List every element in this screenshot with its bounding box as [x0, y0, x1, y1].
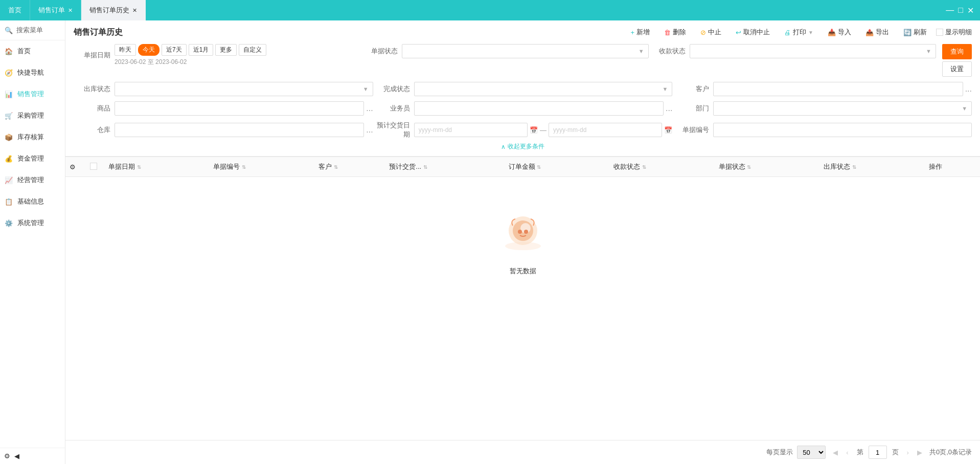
- page-input[interactable]: [869, 446, 887, 459]
- sidebar-quick-nav-label: 快捷导航: [17, 68, 44, 77]
- svg-point-5: [524, 230, 528, 234]
- import-icon: 📥: [828, 29, 836, 36]
- salesman-dots[interactable]: ...: [666, 104, 672, 113]
- sidebar-item-inventory[interactable]: 📦 库存核算: [0, 126, 65, 148]
- tabs-container: 首页 销售订单 ✕ 销售订单历史 ✕: [0, 0, 940, 20]
- sidebar-search[interactable]: 🔍 搜索菜单: [0, 20, 65, 40]
- th-payment-status[interactable]: 收款状态 ⇅: [609, 157, 714, 177]
- date-btn-custom[interactable]: 自定义: [239, 44, 266, 56]
- complete-status-dropdown-icon: ▼: [662, 86, 668, 92]
- th-delivery-date[interactable]: 预计交货... ⇅: [385, 157, 504, 177]
- tab-sales-order[interactable]: 销售订单 ✕: [30, 0, 81, 20]
- delivery-date-to[interactable]: yyyy-mm-dd: [549, 123, 662, 137]
- tab-close-sales-order[interactable]: ✕: [68, 7, 73, 14]
- customer-label: 客户: [672, 84, 713, 94]
- sidebar-item-system[interactable]: ⚙️ 系统管理: [0, 212, 65, 234]
- sort-customer-icon: ⇅: [334, 164, 338, 170]
- cancel-stop-button[interactable]: ↩ 取消中止: [731, 26, 775, 39]
- window-close[interactable]: ✕: [967, 6, 974, 15]
- bill-number-input[interactable]: [713, 123, 972, 137]
- calendar-from-icon[interactable]: 📅: [530, 126, 538, 134]
- th-gear[interactable]: ⚙: [65, 157, 86, 177]
- department-label: 部门: [672, 104, 713, 113]
- query-button[interactable]: 查询: [942, 44, 972, 59]
- delivery-date-from[interactable]: yyyy-mm-dd: [414, 123, 528, 137]
- export-button[interactable]: 📤 导出: [860, 26, 894, 39]
- sidebar: 🔍 搜索菜单 🏠 首页 🧭 快捷导航 📊 销售管理 🛒 采购管理 📦 库存核算 …: [0, 20, 65, 464]
- sidebar-item-finance[interactable]: 💰 资金管理: [0, 148, 65, 169]
- window-maximize[interactable]: □: [958, 6, 963, 15]
- th-bill-status[interactable]: 单据状态 ⇅: [715, 157, 819, 177]
- refresh-button[interactable]: 🔄 刷新: [898, 26, 932, 39]
- page-next-btn[interactable]: ›: [904, 448, 912, 457]
- th-date[interactable]: 单据日期 ⇅: [104, 157, 209, 177]
- sidebar-purchase-label: 采购管理: [17, 111, 44, 120]
- customer-input[interactable]: [713, 82, 963, 96]
- pagination: 每页显示 50 20 100 ◀ ‹ 第 页 › ▶ 共0页,0条记录: [65, 440, 980, 464]
- goods-input[interactable]: [115, 101, 364, 116]
- page-title: 销售订单历史: [74, 27, 123, 38]
- setting-button[interactable]: 设置: [942, 61, 972, 77]
- salesman-input[interactable]: [414, 101, 664, 116]
- tab-close-sales-order-history[interactable]: ✕: [132, 7, 137, 14]
- date-btn-7days[interactable]: 近7天: [162, 44, 187, 56]
- page-size-select[interactable]: 50 20 100: [797, 446, 826, 459]
- sidebar-item-purchase[interactable]: 🛒 采购管理: [0, 105, 65, 126]
- th-action: 操作: [925, 157, 980, 177]
- date-btn-yesterday[interactable]: 昨天: [115, 44, 136, 56]
- stop-button[interactable]: ⊘ 中止: [695, 26, 726, 39]
- page-label: 页: [889, 447, 902, 458]
- warehouse-input[interactable]: [115, 123, 364, 137]
- date-range-display: 2023-06-02 至 2023-06-02: [115, 58, 266, 67]
- top-bar: 首页 销售订单 ✕ 销售订单历史 ✕ — □ ✕: [0, 0, 980, 20]
- tab-sales-order-history[interactable]: 销售订单历史 ✕: [81, 0, 146, 20]
- system-icon: ⚙️: [4, 218, 13, 228]
- page-first-btn[interactable]: ◀: [830, 448, 841, 457]
- tab-home[interactable]: 首页: [0, 0, 30, 20]
- sidebar-item-sales[interactable]: 📊 销售管理: [0, 83, 65, 105]
- goods-dots[interactable]: ...: [366, 104, 373, 113]
- sidebar-item-basic-info[interactable]: 📋 基础信息: [0, 191, 65, 212]
- out-status-dropdown-icon: ▼: [363, 86, 369, 92]
- import-button[interactable]: 📥 导入: [823, 26, 856, 39]
- finance-icon: 💰: [4, 154, 13, 163]
- customer-dots[interactable]: ...: [965, 84, 972, 94]
- th-out-status[interactable]: 出库状态 ⇅: [819, 157, 924, 177]
- print-button[interactable]: 🖨 打印 ▼: [779, 26, 818, 39]
- out-status-select[interactable]: ▼: [115, 82, 373, 96]
- sidebar-collapse-icon[interactable]: ◀: [14, 452, 19, 460]
- basic-info-icon: 📋: [4, 197, 13, 206]
- select-all-checkbox[interactable]: [90, 163, 97, 170]
- sort-bill-status-icon: ⇅: [747, 164, 751, 170]
- window-minimize[interactable]: —: [946, 6, 954, 15]
- collapse-row[interactable]: ∧ 收起更多条件: [74, 142, 972, 151]
- delivery-date-label: 预计交货日期: [373, 121, 414, 139]
- department-select[interactable]: ▼: [713, 101, 972, 116]
- show-detail-checkbox[interactable]: [936, 29, 943, 36]
- th-bill-number[interactable]: 单据编号 ⇅: [209, 157, 314, 177]
- sidebar-settings-icon[interactable]: ⚙: [4, 452, 10, 460]
- page-prev-btn[interactable]: ‹: [843, 448, 851, 457]
- th-customer[interactable]: 客户 ⇅: [314, 157, 385, 177]
- th-checkbox[interactable]: [86, 157, 104, 177]
- new-button[interactable]: + 新增: [626, 26, 655, 39]
- warehouse-dots[interactable]: ...: [366, 125, 373, 135]
- stop-icon: ⊘: [700, 29, 706, 36]
- compass-icon: 🧭: [4, 68, 13, 77]
- export-icon: 📤: [865, 29, 874, 36]
- bill-status-select[interactable]: ▼: [402, 44, 648, 58]
- sidebar-item-quick-nav[interactable]: 🧭 快捷导航: [0, 62, 65, 83]
- page-label-pre: 第: [854, 447, 867, 458]
- sidebar-item-business[interactable]: 📈 经营管理: [0, 169, 65, 191]
- date-btn-today[interactable]: 今天: [138, 44, 159, 56]
- th-order-amount[interactable]: 订单金额 ⇅: [505, 157, 609, 177]
- sidebar-item-home[interactable]: 🏠 首页: [0, 40, 65, 62]
- date-btn-more[interactable]: 更多: [215, 44, 237, 56]
- table-container: ⚙ 单据日期 ⇅ 单据编号 ⇅: [65, 157, 980, 440]
- page-last-btn[interactable]: ▶: [914, 448, 925, 457]
- complete-status-select[interactable]: ▼: [414, 82, 673, 96]
- payment-status-select[interactable]: ▼: [690, 44, 936, 58]
- calendar-to-icon[interactable]: 📅: [664, 126, 672, 134]
- date-btn-1month[interactable]: 近1月: [189, 44, 214, 56]
- delete-button[interactable]: 🗑 删除: [659, 26, 691, 39]
